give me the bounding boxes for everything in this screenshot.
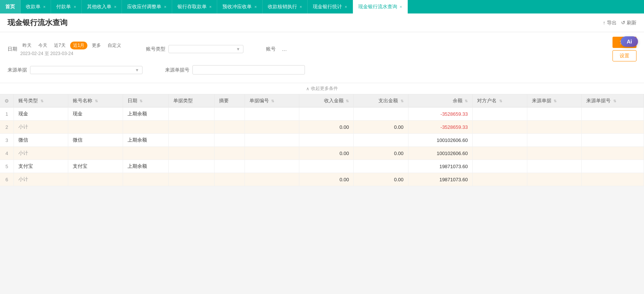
account-dots[interactable]: ... — [279, 44, 290, 54]
nav-receipt-close[interactable]: × — [43, 4, 45, 9]
account-type-select[interactable]: ▼ — [168, 45, 243, 53]
nav-cash-bank-flow-label: 现金银行流水查询 — [358, 3, 397, 10]
nav-payment-close[interactable]: × — [74, 4, 76, 9]
th-income[interactable]: 收入金额 ⇅ — [299, 94, 354, 107]
nav-cash-bank-flow[interactable]: 现金银行流水查询 × — [353, 0, 408, 13]
source-doc-label: 来源单据 — [8, 67, 27, 73]
nav-cash-bank-flow-close[interactable]: × — [400, 4, 402, 9]
cell-account-type: 支付宝 — [14, 160, 68, 173]
th-account-type[interactable]: 账号类型 ⇅ — [14, 94, 68, 107]
shortcut-custom[interactable]: 自定义 — [105, 42, 123, 49]
sort-icon-account-name: ⇅ — [95, 99, 98, 103]
cell-expense: 0.00 — [354, 121, 408, 134]
nav-ar-ap-adjust[interactable]: 应收应付调整单 × — [122, 0, 172, 13]
export-button[interactable]: ↑ 导出 — [603, 19, 617, 26]
nav-payment-label: 付款单 — [56, 3, 71, 10]
cell-source-doc-no — [581, 121, 644, 134]
th-source-doc[interactable]: 来源单据 ⇅ — [527, 94, 581, 107]
th-account-type-label: 账号类型 — [18, 98, 38, 103]
header-actions: ↑ 导出 ↺ 刷新 — [603, 19, 637, 26]
cell-source-doc-no — [581, 147, 644, 160]
cell-date: 上期余额 — [123, 107, 168, 121]
shortcut-1month[interactable]: 近1月 — [70, 42, 88, 49]
cell-gear: 1 — [0, 107, 14, 121]
cell-summary — [214, 147, 245, 160]
th-balance[interactable]: 余额 ⇅ — [408, 94, 473, 107]
th-expense[interactable]: 支出金额 ⇅ — [354, 94, 408, 107]
th-doc-no[interactable]: 单据编号 ⇅ — [245, 94, 299, 107]
shortcut-more[interactable]: 更多 — [90, 42, 103, 49]
cell-account-type: 小计 — [14, 147, 68, 160]
nav-other-income[interactable]: 其他收入单 × — [82, 0, 122, 13]
cell-gear: 5 — [0, 160, 14, 173]
cell-gear: 4 — [0, 147, 14, 160]
nav-ar-ap-adjust-close[interactable]: × — [164, 4, 166, 9]
th-expense-label: 支出金额 — [378, 98, 398, 103]
nav-bank-deposit-close[interactable]: × — [209, 4, 212, 9]
refresh-button[interactable]: ↺ 刷新 — [621, 19, 636, 26]
cell-balance: 19871073.60 — [408, 160, 473, 173]
cell-date — [123, 147, 168, 160]
th-source-doc-no[interactable]: 来源单据号 ⇅ — [581, 94, 644, 107]
cell-gear: 2 — [0, 121, 14, 134]
table-row: 4小计0.000.00100102606.60 — [0, 147, 644, 160]
th-account-name-label: 账号名称 — [73, 98, 92, 103]
cell-doc-no — [245, 107, 299, 121]
nav-payment[interactable]: 付款单 × — [51, 0, 81, 13]
nav-cash-bank-stat-close[interactable]: × — [345, 4, 347, 9]
nav-prepaid-offset[interactable]: 预收冲应收单 × — [217, 0, 262, 13]
sort-icon-income: ⇅ — [346, 99, 349, 103]
collapse-label: 收起更多条件 — [311, 85, 338, 92]
table-header-row: ⚙ 账号类型 ⇅ 账号名称 ⇅ 日期 ⇅ 单据类型 摘要 — [0, 94, 644, 107]
cell-expense — [354, 160, 408, 173]
shortcut-7days[interactable]: 近7天 — [52, 42, 68, 49]
nav-receipt-verify-label: 收款核销执行 — [268, 3, 297, 10]
nav-cash-bank-stat[interactable]: 现金银行统计 × — [308, 0, 353, 13]
cell-doc-type — [168, 173, 214, 186]
cell-date: 上期余额 — [123, 134, 168, 147]
source-doc-select[interactable]: ▼ — [30, 66, 143, 74]
nav-receipt-verify[interactable]: 收款核销执行 × — [263, 0, 308, 13]
nav-receipt-verify-close[interactable]: × — [300, 4, 302, 9]
collapse-button[interactable]: ∧ 收起更多条件 — [306, 85, 338, 92]
shortcut-today[interactable]: 今天 — [36, 42, 50, 49]
nav-prepaid-offset-close[interactable]: × — [254, 4, 257, 9]
nav-home[interactable]: 首页 — [0, 0, 21, 13]
cell-doc-no — [245, 160, 299, 173]
date-label: 日期 — [8, 46, 17, 52]
cell-counterpart — [473, 134, 527, 147]
cell-gear: 6 — [0, 173, 14, 186]
th-doc-type-label: 单据类型 — [173, 98, 193, 103]
settings-button[interactable]: 设置 — [612, 50, 636, 61]
nav-bank-deposit[interactable]: 银行存取款单 × — [172, 0, 217, 13]
cell-expense: 0.00 — [354, 147, 408, 160]
nav-ar-ap-adjust-label: 应收应付调整单 — [127, 3, 161, 10]
collapse-bar: ∧ 收起更多条件 — [0, 83, 644, 94]
th-date[interactable]: 日期 ⇅ — [123, 94, 168, 107]
cell-account-name: 微信 — [68, 134, 123, 147]
source-doc-no-filter-group: 来源单据号 — [165, 65, 305, 75]
cell-balance: -3528659.33 — [408, 107, 473, 121]
nav-cash-bank-stat-label: 现金银行统计 — [313, 3, 342, 10]
source-doc-no-input[interactable] — [192, 65, 305, 75]
nav-bank-deposit-label: 银行存取款单 — [177, 3, 207, 10]
nav-other-income-close[interactable]: × — [114, 4, 116, 9]
cell-expense — [354, 107, 408, 121]
cell-summary — [214, 107, 245, 121]
th-counterpart[interactable]: 对方户名 ⇅ — [473, 94, 527, 107]
th-account-name[interactable]: 账号名称 ⇅ — [68, 94, 123, 107]
export-icon: ↑ — [603, 20, 606, 25]
cell-source-doc — [527, 160, 581, 173]
ai-button[interactable]: Ai — [621, 36, 638, 47]
shortcut-yesterday[interactable]: 昨天 — [20, 42, 34, 49]
table-container: ⚙ 账号类型 ⇅ 账号名称 ⇅ 日期 ⇅ 单据类型 摘要 — [0, 94, 644, 186]
gear-icon[interactable]: ⚙ — [5, 98, 9, 104]
cell-income — [299, 160, 354, 173]
nav-receipt[interactable]: 收款单 × — [21, 0, 51, 13]
cell-counterpart — [473, 147, 527, 160]
table-row: 3微信微信上期余额100102606.60 — [0, 134, 644, 147]
cell-date — [123, 173, 168, 186]
cell-account-name — [68, 147, 123, 160]
th-date-label: 日期 — [128, 98, 137, 103]
table-body: 1现金现金上期余额-3528659.332小计0.000.00-3528659.… — [0, 107, 644, 186]
